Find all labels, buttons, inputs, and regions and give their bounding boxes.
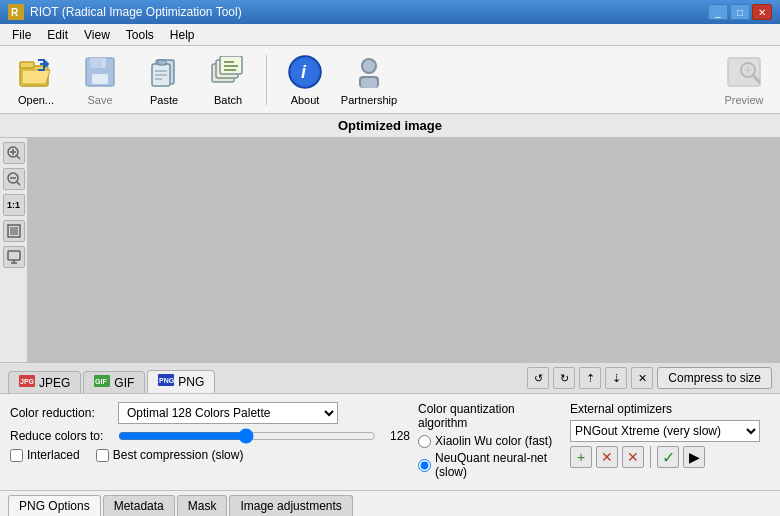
about-label: About bbox=[291, 94, 320, 106]
svg-rect-23 bbox=[361, 78, 377, 88]
svg-line-34 bbox=[16, 182, 20, 186]
svg-rect-16 bbox=[220, 56, 242, 74]
slider-value: 128 bbox=[380, 429, 410, 443]
apply-optimizer-button[interactable]: ✓ bbox=[657, 446, 679, 468]
options-panel: Color reduction: Optimal 128 Colors Pale… bbox=[0, 394, 780, 490]
sub-tab-png-options[interactable]: PNG Options bbox=[8, 495, 101, 516]
arrow-up-button[interactable]: ⇡ bbox=[579, 367, 601, 389]
bottom-panel: JPG JPEG GIF GIF bbox=[0, 362, 780, 516]
close-button[interactable]: ✕ bbox=[752, 4, 772, 20]
sub-tabs: PNG Options Metadata Mask Image adjustme… bbox=[0, 490, 780, 516]
about-button[interactable]: i About bbox=[275, 51, 335, 109]
batch-label: Batch bbox=[214, 94, 242, 106]
gif-tab-icon: GIF bbox=[94, 375, 110, 390]
jpeg-tab-icon: JPG bbox=[19, 375, 35, 390]
batch-icon bbox=[210, 54, 246, 90]
save-icon bbox=[82, 54, 118, 90]
edit-optimizer-button[interactable]: ✕ bbox=[622, 446, 644, 468]
png-tab-label: PNG bbox=[178, 375, 204, 389]
save-button[interactable]: Save bbox=[70, 51, 130, 109]
zoom-out-button[interactable] bbox=[3, 168, 25, 190]
preview-button[interactable]: Preview bbox=[714, 51, 774, 109]
interlaced-checkbox[interactable] bbox=[10, 449, 23, 462]
options-columns: Color reduction: Optimal 128 Colors Pale… bbox=[10, 402, 770, 482]
preview-icon bbox=[726, 54, 762, 90]
svg-text:GIF: GIF bbox=[95, 378, 107, 385]
image-title: Optimized image bbox=[0, 114, 780, 138]
menu-view[interactable]: View bbox=[76, 26, 118, 44]
sub-tab-mask[interactable]: Mask bbox=[177, 495, 228, 516]
external-optimizers-title: External optimizers bbox=[570, 402, 770, 416]
compress-to-size-button[interactable]: Compress to size bbox=[657, 367, 772, 389]
xiaolin-radio-item: Xiaolin Wu color (fast) bbox=[418, 434, 562, 448]
xiaolin-radio[interactable] bbox=[418, 435, 431, 448]
svg-rect-3 bbox=[20, 62, 34, 68]
quantization-title: Color quantization algorithm bbox=[418, 402, 562, 430]
gif-tab-label: GIF bbox=[114, 376, 134, 390]
open-button[interactable]: Open... bbox=[6, 51, 66, 109]
svg-rect-7 bbox=[102, 59, 105, 67]
tab-gif[interactable]: GIF GIF bbox=[83, 371, 145, 393]
neuquant-radio[interactable] bbox=[418, 459, 431, 472]
external-optimizer-select[interactable]: PNGout Xtreme (very slow) bbox=[570, 420, 760, 442]
add-optimizer-button[interactable]: + bbox=[570, 446, 592, 468]
undo-button[interactable]: ↺ bbox=[527, 367, 549, 389]
image-viewer: 1:1 bbox=[0, 138, 780, 362]
menu-tools[interactable]: Tools bbox=[118, 26, 162, 44]
minimize-button[interactable]: _ bbox=[708, 4, 728, 20]
paste-button[interactable]: Paste bbox=[134, 51, 194, 109]
redo-button[interactable]: ↻ bbox=[553, 367, 575, 389]
main-area: Optimized image bbox=[0, 114, 780, 516]
reduce-colors-label: Reduce colors to: bbox=[10, 429, 110, 443]
run-optimizer-button[interactable]: ▶ bbox=[683, 446, 705, 468]
format-tabs: JPG JPEG GIF GIF bbox=[8, 370, 215, 393]
best-compression-checkbox-item: Best compression (slow) bbox=[96, 448, 244, 462]
colors-slider[interactable] bbox=[118, 428, 376, 444]
open-icon bbox=[18, 54, 54, 90]
title-bar: R RIOT (Radical Image Optimization Tool)… bbox=[0, 0, 780, 24]
ext-btn-separator bbox=[650, 446, 651, 468]
sub-tab-metadata[interactable]: Metadata bbox=[103, 495, 175, 516]
checkboxes-row: Interlaced Best compression (slow) bbox=[10, 448, 410, 462]
menu-help[interactable]: Help bbox=[162, 26, 203, 44]
about-icon: i bbox=[287, 54, 323, 90]
tab-jpeg[interactable]: JPG JPEG bbox=[8, 371, 81, 393]
menu-bar: File Edit View Tools Help bbox=[0, 24, 780, 46]
canvas-area bbox=[28, 138, 780, 362]
left-options-col: Color reduction: Optimal 128 Colors Pale… bbox=[10, 402, 410, 482]
best-compression-checkbox[interactable] bbox=[96, 449, 109, 462]
menu-edit[interactable]: Edit bbox=[39, 26, 76, 44]
color-reduction-select[interactable]: Optimal 128 Colors Palette bbox=[118, 402, 338, 424]
best-compression-label: Best compression (slow) bbox=[113, 448, 244, 462]
display-button[interactable] bbox=[3, 246, 25, 268]
interlaced-checkbox-item: Interlaced bbox=[10, 448, 80, 462]
save-label: Save bbox=[87, 94, 112, 106]
close-action-button[interactable]: ✕ bbox=[631, 367, 653, 389]
reduce-colors-row: Reduce colors to: 128 bbox=[10, 428, 410, 444]
image-section: Optimized image bbox=[0, 114, 780, 362]
png-tab-icon: PNG bbox=[158, 374, 174, 389]
quantization-col: Color quantization algorithm Xiaolin Wu … bbox=[410, 402, 570, 482]
window-controls: _ □ ✕ bbox=[708, 4, 772, 20]
remove-optimizer-button[interactable]: ✕ bbox=[596, 446, 618, 468]
menu-file[interactable]: File bbox=[4, 26, 39, 44]
batch-button[interactable]: Batch bbox=[198, 51, 258, 109]
color-reduction-label: Color reduction: bbox=[10, 406, 110, 420]
toolbar-separator-1 bbox=[266, 55, 267, 105]
one-to-one-button[interactable]: 1:1 bbox=[3, 194, 25, 216]
neuquant-radio-item: NeuQuant neural-net (slow) bbox=[418, 451, 562, 479]
xiaolin-label: Xiaolin Wu color (fast) bbox=[435, 434, 552, 448]
zoom-in-button[interactable] bbox=[3, 142, 25, 164]
partnership-button[interactable]: Partnership bbox=[339, 51, 399, 109]
interlaced-label: Interlaced bbox=[27, 448, 80, 462]
maximize-button[interactable]: □ bbox=[730, 4, 750, 20]
partnership-icon bbox=[351, 54, 387, 90]
svg-text:R: R bbox=[11, 7, 19, 18]
fit-window-button[interactable] bbox=[3, 220, 25, 242]
sub-tab-image-adjustments[interactable]: Image adjustments bbox=[229, 495, 352, 516]
arrow-down-button[interactable]: ⇣ bbox=[605, 367, 627, 389]
svg-text:PNG: PNG bbox=[159, 377, 174, 384]
tab-png[interactable]: PNG PNG bbox=[147, 370, 215, 393]
svg-rect-6 bbox=[92, 74, 108, 84]
svg-rect-37 bbox=[10, 227, 18, 235]
